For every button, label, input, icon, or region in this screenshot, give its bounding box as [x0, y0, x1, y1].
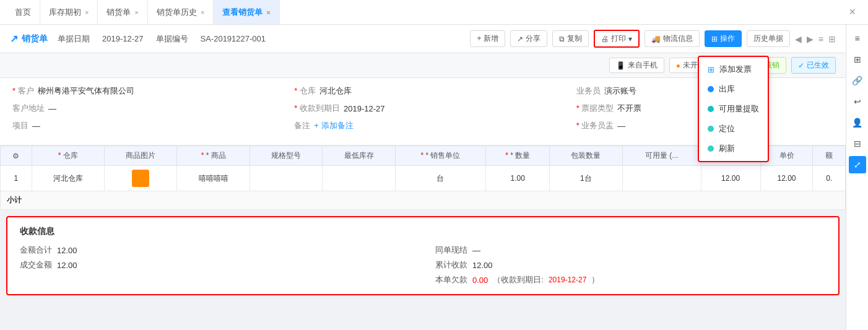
col-spec: 规格型号: [250, 146, 322, 166]
outbound-dot: [708, 86, 714, 92]
tab-history[interactable]: 销货单历史 ×: [148, 0, 214, 24]
refresh-dot: [708, 145, 714, 152]
status-effected[interactable]: ✓ 已生效: [791, 57, 836, 74]
col-unit: * 销售单位: [395, 146, 485, 166]
subtotal-label: 小计: [7, 196, 22, 204]
project-field: 项目 —: [12, 120, 269, 131]
next-button[interactable]: ▶: [807, 34, 814, 44]
share-button[interactable]: ↗ 分享: [510, 30, 547, 47]
dropdown-add-invoice[interactable]: ⊞ 添加发票: [699, 59, 768, 79]
outstanding-value: 0.00: [472, 276, 488, 285]
subtotal-row: 小计: [1, 191, 846, 210]
sidebar-user-icon[interactable]: 👤: [849, 114, 866, 131]
warehouse-value: 河北仓库: [319, 85, 352, 97]
outstanding-close: ）: [591, 274, 599, 285]
logistics-button[interactable]: 🚚 物流信息: [644, 30, 700, 47]
doc-meta: 单据日期 2019-12-27 单据编号 SA-20191227-001: [58, 33, 266, 45]
outstanding-date: 2019-12-27: [549, 276, 586, 284]
tab-view-sales-label: 查看销货单: [222, 7, 263, 18]
same-order-row: 同单现结 —: [435, 245, 826, 256]
payment-info-section: 收款信息 金额合计 12.00 成交金额 12.00: [6, 216, 840, 295]
remark-label: 备注: [294, 120, 310, 131]
history-button[interactable]: 历史单据: [747, 30, 790, 47]
effect-icon: ✓: [798, 61, 804, 70]
doc-type-label: 销货单: [22, 33, 48, 45]
outstanding-label: 本单欠款: [435, 274, 467, 285]
date-value: 2019-12-27: [102, 34, 144, 43]
ticket-type-label: 票据类型: [576, 103, 614, 114]
sidebar-icon-1[interactable]: ≡: [849, 30, 866, 47]
col-pack-qty: 包装数量: [550, 146, 622, 166]
customer-label: 客户: [12, 85, 34, 97]
right-sidebar: ≡ ⊞ 🔗 ↩ 👤 ⊟ ⤢: [846, 25, 868, 330]
grid-view-toggle[interactable]: ⊞: [828, 34, 836, 44]
dropdown-locate[interactable]: 定位: [699, 119, 768, 139]
cumulative-row: 累计收款 12.00: [435, 259, 826, 271]
tab-sales[interactable]: 销货单 ×: [98, 0, 147, 24]
tab-inventory[interactable]: 库存期初 ×: [40, 0, 98, 24]
doc-type-badge: ↗ 销货单: [10, 33, 48, 45]
add-remark-btn[interactable]: + 添加备注: [314, 120, 353, 131]
address-value: —: [48, 104, 56, 113]
col-setting[interactable]: ⚙: [1, 146, 32, 166]
row-spec: [250, 166, 322, 191]
doc-icon: ↗: [10, 33, 18, 45]
sales-value: —: [617, 121, 625, 131]
total-row: 金额合计 12.00: [20, 245, 410, 256]
prev-button[interactable]: ◀: [795, 34, 802, 44]
operations-button[interactable]: ⊞ 操作: [705, 30, 742, 47]
row-quantity: 1.00: [486, 166, 550, 191]
col-available: 可用量 (...: [622, 146, 701, 166]
tab-inventory-close[interactable]: ×: [85, 9, 89, 16]
ticket-type-value: 不开票: [617, 103, 641, 114]
circle-icon: ●: [676, 61, 680, 70]
transaction-row: 成交金额 12.00: [20, 259, 410, 271]
sidebar-icon-2[interactable]: ⊞: [849, 51, 866, 68]
due-date-value: 2019-12-27: [344, 104, 385, 113]
dropdown-outbound[interactable]: 出库: [699, 79, 768, 99]
sidebar-return-icon[interactable]: ↩: [849, 93, 866, 110]
tab-bar: 首页 库存期初 × 销货单 × 销货单历史 × 查看销货单 × ×: [0, 0, 868, 25]
table-row: 1 河北仓库 嘻嘻嘻嘻 台 1.00 1台 12: [1, 166, 846, 191]
tab-view-sales[interactable]: 查看销货单 ×: [214, 0, 279, 24]
doc-toolbar: + 新增 ↗ 分享 ⧉ 复制 🖨 打印 ▾ 🚚: [470, 30, 836, 48]
sidebar-expand-icon[interactable]: ⤢: [849, 156, 866, 173]
total-label: 金额合计: [20, 245, 52, 256]
product-thumbnail: [132, 170, 149, 187]
project-label: 项目: [12, 120, 28, 131]
col-image: 商品图片: [105, 146, 177, 166]
list-view-toggle[interactable]: ≡: [818, 34, 823, 44]
same-order-label: 同单现结: [435, 245, 467, 256]
phone-button[interactable]: 📱 来自手机: [609, 58, 664, 73]
employee-value: 演示账号: [604, 85, 636, 97]
available-dot: [708, 106, 714, 112]
col-product: * 商品: [177, 146, 250, 166]
locate-dot: [708, 126, 714, 132]
tab-history-close[interactable]: ×: [201, 9, 204, 16]
row-no: 1: [1, 166, 32, 191]
print-button[interactable]: 🖨 打印 ▾: [594, 30, 640, 48]
tab-sales-close[interactable]: ×: [134, 9, 138, 16]
dropdown-available[interactable]: 可用量提取: [699, 99, 768, 119]
dropdown-refresh[interactable]: 刷新: [699, 139, 768, 158]
doc-header: ↗ 销货单 单据日期 2019-12-27 单据编号 SA-20191227-0…: [0, 25, 846, 53]
row-warehouse: 河北仓库: [32, 166, 104, 191]
customer-value: 柳州粤港平安气体有限公司: [38, 85, 134, 97]
due-date-label: 收款到期日: [294, 103, 340, 114]
copy-button[interactable]: ⧉ 复制: [552, 30, 589, 47]
row-unit: 台: [395, 166, 485, 191]
row-product: 嘻嘻嘻嘻: [177, 166, 250, 191]
tab-close-all[interactable]: ×: [849, 6, 862, 19]
tab-inventory-label: 库存期初: [49, 7, 81, 18]
tab-sales-label: 销货单: [106, 7, 131, 18]
payment-info-title: 收款信息: [20, 226, 826, 237]
sidebar-grid-icon[interactable]: ⊟: [849, 135, 866, 152]
new-button[interactable]: + 新增: [470, 30, 505, 47]
share-icon: ↗: [517, 35, 523, 43]
date-label: 单据日期: [58, 33, 90, 45]
tab-home[interactable]: 首页: [6, 0, 40, 24]
tab-view-sales-close[interactable]: ×: [266, 9, 270, 16]
operations-dropdown: ⊞ 添加发票 出库 可用量提取 定位 刷新: [698, 56, 769, 162]
col-quantity: * 数量: [486, 146, 550, 166]
sidebar-link-icon[interactable]: 🔗: [849, 72, 866, 89]
